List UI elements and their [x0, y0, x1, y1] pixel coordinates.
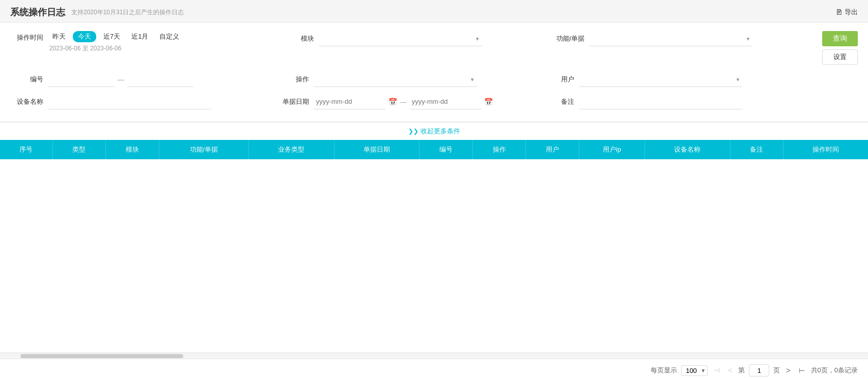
module-select[interactable] [319, 31, 482, 46]
collapse-bar: ❯❯ 收起更多条件 [0, 122, 868, 140]
action-buttons: 查询 设置 [822, 31, 858, 65]
table-header-row: 序号 类型 模块 功能/单据 业务类型 单据日期 编号 操作 用户 用户ip 设… [0, 140, 868, 159]
col-remark: 备注 [730, 140, 783, 159]
pagination-bar: 每页显示 100 50 200 ▼ ⊣ < 第 页 > ⊢ 共0页，0条记录 [0, 359, 868, 378]
filter-area: 操作时间 昨天 今天 近7天 近1月 自定义 2023-06-06 至 2023… [0, 22, 868, 122]
remark-label: 备注 [541, 97, 574, 106]
operation-label: 操作 [276, 75, 309, 84]
col-device: 设备名称 [645, 140, 730, 159]
page-title: 系统操作日志 [10, 6, 65, 18]
col-number: 编号 [419, 140, 472, 159]
user-select[interactable] [579, 72, 742, 87]
time-btn-custom[interactable]: 自定义 [155, 31, 183, 42]
operation-select[interactable] [314, 72, 477, 87]
page-input[interactable] [749, 364, 769, 376]
remark-input[interactable] [579, 94, 742, 109]
col-module: 模块 [106, 140, 159, 159]
page-subtitle: 支持2020年10月31日之后产生的操作日志 [71, 8, 184, 17]
data-table: 序号 类型 模块 功能/单据 业务类型 单据日期 编号 操作 用户 用户ip 设… [0, 140, 868, 353]
date-input-from[interactable] [314, 94, 385, 109]
func-label: 功能/单据 [551, 34, 584, 43]
time-btn-7days[interactable]: 近7天 [99, 31, 124, 42]
settings-button[interactable]: 设置 [822, 49, 858, 65]
calendar-icon-to[interactable]: 📅 [484, 98, 493, 106]
export-icon: 🖹 [835, 8, 843, 16]
date-input-to[interactable] [410, 94, 481, 109]
col-func: 功能/单据 [159, 140, 248, 159]
col-biztype: 业务类型 [249, 140, 334, 159]
number-dash: — [118, 76, 124, 83]
func-select[interactable] [590, 31, 752, 46]
number-label: 编号 [10, 75, 43, 84]
page-label: 第 [738, 366, 745, 375]
calendar-icon-from[interactable]: 📅 [388, 98, 397, 106]
next-page-button[interactable]: > [784, 365, 792, 375]
export-label: 导出 [845, 8, 858, 17]
total-label: 共0页，0条记录 [811, 366, 858, 375]
table-wrapper: 序号 类型 模块 功能/单据 业务类型 单据日期 编号 操作 用户 用户ip 设… [0, 140, 868, 353]
col-docdate: 单据日期 [334, 140, 419, 159]
time-btn-yesterday[interactable]: 昨天 [48, 31, 70, 42]
export-button[interactable]: 🖹 导出 [835, 8, 858, 17]
number-input-from[interactable] [48, 72, 115, 87]
page-suffix: 页 [773, 366, 780, 375]
time-btn-1month[interactable]: 近1月 [127, 31, 152, 42]
col-optime: 操作时间 [783, 140, 868, 159]
col-user: 用户 [526, 140, 579, 159]
col-index: 序号 [0, 140, 52, 159]
table-body [0, 159, 868, 353]
collapse-label: 收起更多条件 [421, 127, 460, 136]
time-btn-today[interactable]: 今天 [73, 31, 96, 42]
device-input[interactable] [48, 94, 211, 109]
query-button[interactable]: 查询 [822, 31, 858, 46]
module-label: 模块 [281, 34, 314, 43]
doc-date-label: 单据日期 [276, 97, 309, 106]
collapse-icon: ❯❯ [408, 128, 418, 135]
col-type: 类型 [52, 140, 105, 159]
first-page-button[interactable]: ⊣ [712, 365, 722, 375]
prev-page-button[interactable]: < [726, 365, 734, 375]
scrollbar-thumb[interactable] [20, 354, 183, 358]
collapse-button[interactable]: ❯❯ 收起更多条件 [408, 127, 460, 136]
user-label: 用户 [541, 75, 574, 84]
per-page-select[interactable]: 100 50 200 [681, 365, 708, 376]
time-range-text: 2023-06-06 至 2023-06-06 [49, 44, 183, 53]
date-dash: — [400, 98, 407, 106]
time-label: 操作时间 [10, 33, 43, 42]
col-userip: 用户ip [579, 140, 645, 159]
per-page-label: 每页显示 [651, 366, 677, 375]
horizontal-scrollbar[interactable] [0, 353, 868, 359]
device-label: 设备名称 [10, 97, 43, 106]
last-page-button[interactable]: ⊢ [797, 365, 807, 375]
number-input-to[interactable] [127, 72, 193, 87]
col-operation: 操作 [472, 140, 525, 159]
